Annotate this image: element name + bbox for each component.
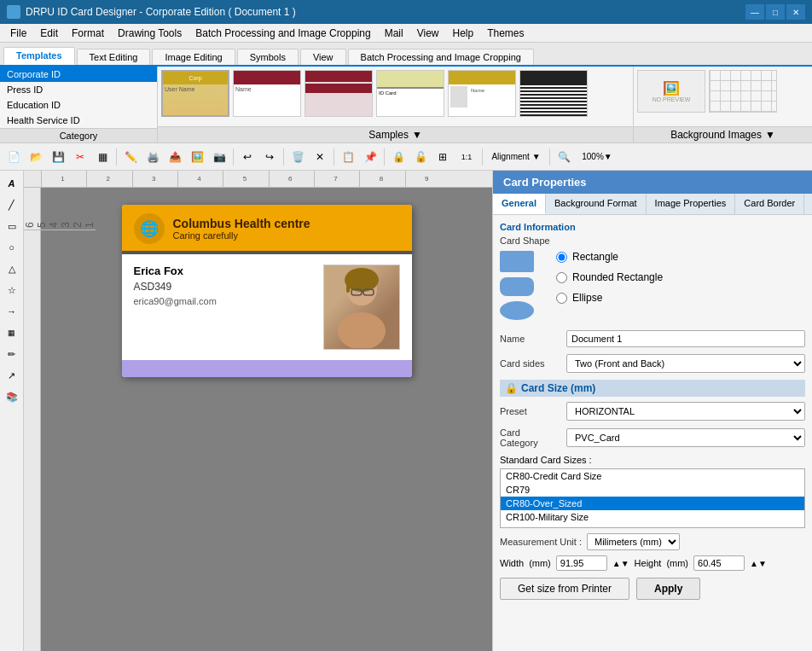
menu-batch[interactable]: Batch Processing and Image Cropping	[188, 26, 377, 41]
minimize-button[interactable]: —	[745, 4, 764, 20]
preset-select[interactable]: HORIZONTAL VERTICAL	[566, 402, 805, 421]
line-tool[interactable]: ╱	[3, 195, 21, 214]
props-tab-background[interactable]: Background Format	[546, 194, 647, 214]
image-button[interactable]: 🖼️	[187, 147, 207, 167]
menu-format[interactable]: Format	[65, 26, 111, 41]
category-item-education[interactable]: Education ID	[0, 97, 157, 113]
actual-size-button[interactable]: 1:1	[455, 147, 478, 167]
measurement-select[interactable]: Milimeters (mm) Inches Pixels	[587, 533, 680, 550]
radio-rectangle-input[interactable]	[556, 252, 567, 263]
canvas-area[interactable]: 1 2 3 4 5 6 7 8 9 1 2 3 4	[24, 171, 492, 651]
photo-button[interactable]: 📷	[209, 147, 229, 167]
props-tab-border[interactable]: Card Border	[735, 194, 804, 214]
id-card[interactable]: 🌐 Columbus Health centre Caring carefull…	[122, 205, 412, 377]
select-tool[interactable]: ↗	[3, 366, 21, 385]
tab-templates[interactable]: Templates	[3, 47, 75, 65]
menu-themes[interactable]: Themes	[480, 26, 531, 41]
undo-button[interactable]: ↩	[237, 147, 258, 167]
tab-view[interactable]: View	[300, 49, 346, 65]
cut-button[interactable]: ✂	[70, 147, 90, 167]
bg-scroll[interactable]: 🖼️ NO PREVIEW	[634, 67, 812, 126]
radio-rounded[interactable]: Rounded Rectangle	[556, 271, 663, 283]
samples-dropdown-icon[interactable]: ▼	[412, 129, 422, 141]
props-tab-general[interactable]: General	[493, 194, 546, 214]
open-button[interactable]: 📂	[26, 147, 46, 167]
radio-rectangle[interactable]: Rectangle	[556, 251, 663, 263]
export-button[interactable]: 📤	[165, 147, 185, 167]
redo-button[interactable]: ↪	[259, 147, 280, 167]
radio-rounded-input[interactable]	[556, 272, 567, 283]
samples-scroll[interactable]: Corp User Name Name ID Card Name	[158, 67, 633, 126]
category-item-corporate[interactable]: Corporate ID	[0, 67, 157, 82]
card-size-list[interactable]: CR80-Credit Card Size CR79 CR80-Over_Siz…	[500, 468, 805, 528]
barcode-button[interactable]: ▦	[92, 147, 113, 167]
unlock-button[interactable]: 🔓	[410, 147, 431, 167]
radio-ellipse-input[interactable]	[556, 293, 567, 304]
save-button[interactable]: 💾	[48, 147, 68, 167]
clear-button[interactable]: ✕	[310, 147, 330, 167]
close-button[interactable]: ✕	[786, 4, 805, 20]
star-tool[interactable]: ☆	[3, 281, 21, 299]
triangle-tool[interactable]: △	[3, 259, 21, 278]
sample-card-2[interactable]: Name	[233, 70, 301, 117]
bg-dropdown-icon[interactable]: ▼	[765, 129, 775, 141]
bg-panel: 🖼️ NO PREVIEW Background Images ▼	[633, 67, 812, 142]
sample-card-3[interactable]	[304, 70, 373, 117]
bg-thumb-nopreview[interactable]: 🖼️ NO PREVIEW	[637, 70, 705, 113]
category-item-health[interactable]: Health Service ID	[0, 113, 157, 128]
card-category-select[interactable]: PVC_Card Paper	[566, 428, 805, 447]
size-cr80-over[interactable]: CR80-Over_Sized	[501, 497, 804, 510]
tab-symbols[interactable]: Symbols	[237, 49, 299, 65]
canvas-content[interactable]: 🌐 Columbus Health centre Caring carefull…	[41, 188, 492, 651]
apply-button[interactable]: Apply	[636, 578, 700, 600]
sample-card-4[interactable]: ID Card	[376, 70, 444, 117]
tab-text-editing[interactable]: Text Editing	[77, 49, 151, 65]
sample-card-1[interactable]: Corp User Name	[161, 70, 229, 117]
lock-button[interactable]: 🔒	[388, 147, 409, 167]
menu-view[interactable]: View	[410, 26, 446, 41]
menu-edit[interactable]: Edit	[33, 26, 65, 41]
props-tab-image[interactable]: Image Properties	[647, 194, 736, 214]
menu-help[interactable]: Help	[445, 26, 480, 41]
card-sides-select[interactable]: Two (Front and Back) Single Side	[566, 354, 805, 373]
tab-batch[interactable]: Batch Processing and Image Cropping	[348, 49, 534, 65]
menu-drawing[interactable]: Drawing Tools	[111, 26, 188, 41]
delete-button[interactable]: 🗑️	[287, 147, 308, 167]
get-size-button[interactable]: Get size from Printer	[500, 578, 629, 600]
menu-file[interactable]: File	[3, 26, 33, 41]
bg-label: Background Images ▼	[634, 126, 812, 142]
grid-button[interactable]: ⊞	[432, 147, 453, 167]
height-input[interactable]	[693, 555, 745, 571]
name-input[interactable]	[566, 330, 805, 347]
radio-ellipse[interactable]: Ellipse	[556, 292, 663, 304]
barcode2-tool[interactable]: ▦	[3, 323, 21, 342]
alignment-button[interactable]: Alignment ▼	[486, 147, 546, 167]
card-shape-subsection: Card Shape	[500, 235, 805, 246]
height-spinner[interactable]: ▲▼	[750, 559, 767, 568]
zoom-out-button[interactable]: 🔍	[554, 147, 574, 167]
new-button[interactable]: 📄	[3, 147, 24, 167]
copy-button[interactable]: 📋	[338, 147, 358, 167]
edit-button[interactable]: ✏️	[120, 147, 141, 167]
text-tool[interactable]: A	[3, 174, 21, 193]
circle-tool[interactable]: ○	[3, 238, 21, 257]
tab-image-editing[interactable]: Image Editing	[152, 49, 235, 65]
maximize-button[interactable]: □	[766, 4, 785, 20]
size-cr100[interactable]: CR100-Military Size	[501, 510, 804, 524]
category-item-press[interactable]: Press ID	[0, 82, 157, 97]
pencil-tool[interactable]: ✏	[3, 345, 21, 363]
rect-tool[interactable]: ▭	[3, 217, 21, 235]
sample-card-6[interactable]	[519, 70, 588, 117]
width-spinner-up[interactable]: ▲▼	[612, 559, 629, 568]
sample-card-5[interactable]: Name	[448, 70, 516, 117]
menu-mail[interactable]: Mail	[378, 26, 410, 41]
zoom-input[interactable]: 100%▼	[576, 147, 618, 167]
print-button[interactable]: 🖨️	[142, 147, 163, 167]
size-cr80[interactable]: CR80-Credit Card Size	[501, 469, 804, 483]
width-input[interactable]	[556, 555, 607, 571]
size-cr79[interactable]: CR79	[501, 483, 804, 497]
book-tool[interactable]: 📚	[3, 387, 21, 406]
arrow-tool[interactable]: →	[3, 302, 21, 321]
paste-button[interactable]: 📌	[360, 147, 380, 167]
bg-thumb-grid[interactable]	[709, 70, 777, 113]
